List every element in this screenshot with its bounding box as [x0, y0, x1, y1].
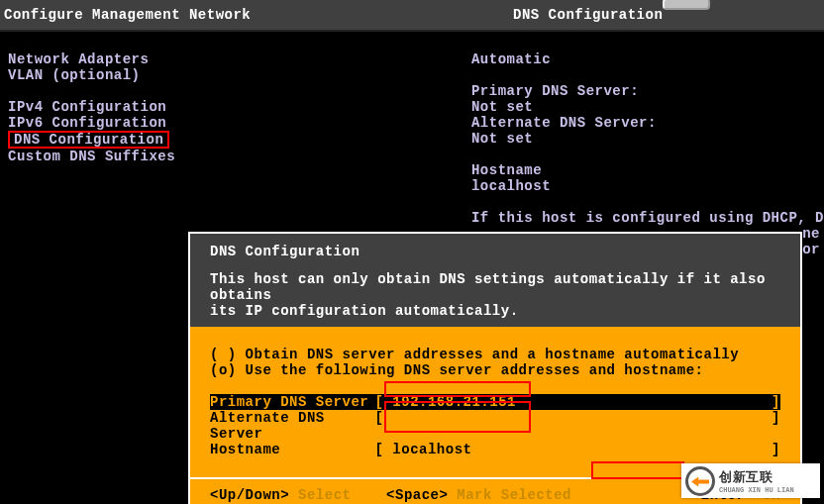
menu-vlan[interactable]: VLAN (optional) — [8, 67, 471, 83]
field-hostname[interactable]: Hostname [ localhost ] — [210, 442, 780, 457]
dialog-header: DNS Configuration This host can only obt… — [188, 232, 802, 327]
radio-use-following[interactable]: (o) Use the following DNS server address… — [210, 362, 780, 378]
menu-ipv4[interactable]: IPv4 Configuration — [8, 99, 471, 115]
key-updown: <Up/Down> — [210, 487, 289, 503]
spacer — [471, 147, 824, 162]
spacer — [471, 67, 824, 83]
action-select: Select — [298, 487, 351, 503]
info-hostname-label: Hostname — [471, 162, 824, 178]
info-alternate-label: Alternate DNS Server: — [471, 115, 824, 131]
highlight-primary-value — [384, 381, 531, 397]
field-hostname-value[interactable]: [ localhost ] — [375, 442, 780, 457]
info-alternate-value: Not set — [471, 131, 824, 147]
info-hostname-value: localhost — [471, 178, 824, 194]
dialog-subtitle-l1: This host can only obtain DNS settings a… — [210, 271, 780, 303]
radio-obtain-auto[interactable]: ( ) Obtain DNS server addresses and a ho… — [210, 347, 780, 362]
menu-network-adapters[interactable]: Network Adapters — [8, 51, 471, 67]
title-bar: Configure Management Network DNS Configu… — [0, 0, 824, 32]
info-primary-label: Primary DNS Server: — [471, 83, 824, 99]
title-left: Configure Management Network — [4, 7, 513, 23]
watermark-logo-icon — [685, 466, 715, 496]
watermark-cn: 创新互联 — [719, 468, 794, 486]
menu-dns-configuration[interactable]: DNS Configuration — [8, 131, 169, 149]
info-automatic: Automatic — [471, 51, 824, 67]
key-space: <Space> — [386, 487, 448, 503]
field-hostname-label: Hostname — [210, 442, 375, 457]
field-alternate-label: Alternate DNS Server — [210, 410, 375, 442]
menu-ipv6[interactable]: IPv6 Configuration — [8, 115, 471, 131]
highlight-alternate-hostname — [384, 401, 531, 433]
info-primary-value: Not set — [471, 99, 824, 115]
menu-custom-dns-suffixes[interactable]: Custom DNS Suffixes — [8, 149, 471, 164]
info-dhcp-line1: If this host is configured using DHCP, D — [471, 210, 824, 226]
window-handle-icon — [663, 0, 710, 10]
action-mark: Mark Selected — [457, 487, 571, 503]
field-primary-label: Primary DNS Server — [210, 394, 375, 410]
spacer — [471, 194, 824, 210]
watermark-en: CHUANG XIN HU LIAN — [719, 486, 794, 494]
footer-left: <Up/Down> Select <Space> Mark Selected — [210, 487, 692, 503]
highlight-enter-ok — [591, 461, 684, 479]
dialog-title: DNS Configuration — [210, 244, 780, 259]
watermark: 创新互联 CHUANG XIN HU LIAN — [681, 463, 820, 498]
spacer — [8, 83, 471, 99]
dialog-subtitle-l2: its IP configuration automatically. — [210, 303, 780, 319]
